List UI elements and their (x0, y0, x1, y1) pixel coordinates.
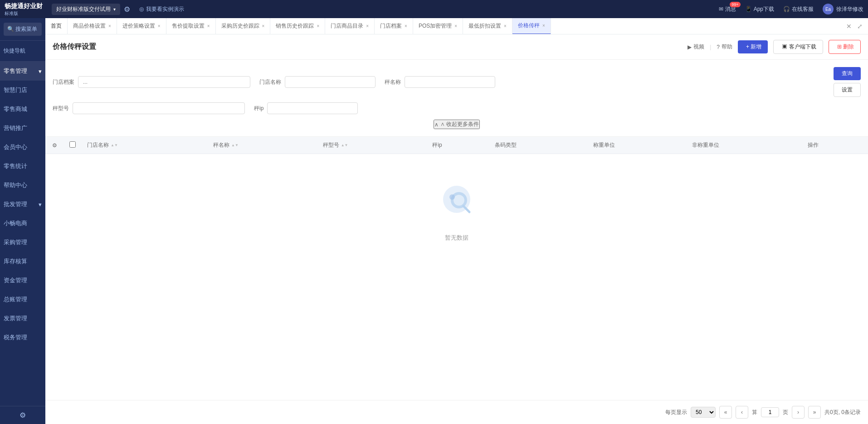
th-store-name: 门店名称 ▲▼ (82, 137, 208, 154)
version-selector[interactable]: 好业财标准版交付试用 ▾ (52, 4, 120, 15)
store-file-input[interactable] (78, 76, 250, 88)
logo-title: 畅捷通好业财 (5, 2, 43, 10)
tab-close-1[interactable]: × (108, 24, 111, 29)
sidebar-item-5[interactable]: 零售统计 (0, 157, 45, 176)
page-header: 价格传秤设置 ▶ 视频 | ? 帮助 + 新增 (45, 34, 868, 60)
sidebar-item-9[interactable]: 采购管理 (0, 233, 45, 252)
data-table: ⚙ 门店名称 ▲▼ (45, 137, 868, 154)
tab-label-10: 价格传秤 (518, 22, 540, 29)
phone-icon: 📱 (745, 6, 752, 12)
maximize-tab-button[interactable]: ⤢ (855, 21, 864, 32)
sidebar-item-13[interactable]: 发票管理 (0, 309, 45, 328)
download-button[interactable]: ▣ 客户端下载 (773, 40, 823, 54)
help-link[interactable]: ? 帮助 (717, 43, 732, 51)
select-all-checkbox[interactable] (69, 141, 76, 148)
scale-ip-input[interactable] (267, 102, 358, 114)
version-settings-button[interactable]: ⚙ (124, 5, 130, 14)
tab-0[interactable]: 首页 (45, 18, 68, 34)
sidebar: 🔍 搜索菜单 快捷导航 零售管理▾智慧门店零售商城营销推广会员中心零售统计帮助中… (0, 18, 45, 424)
tab-close-7[interactable]: × (405, 24, 407, 29)
collapse-button[interactable]: ∧ ∧ 收起更多条件 (434, 120, 480, 129)
sidebar-search-area: 🔍 搜索菜单 (0, 18, 45, 41)
tab-close-9[interactable]: × (504, 24, 507, 29)
next-page-icon: › (797, 409, 799, 415)
first-page-icon: « (724, 409, 727, 415)
scale-model-label: 秤型号 (53, 105, 69, 112)
sidebar-item-0[interactable]: 零售管理▾ (0, 62, 45, 81)
app-download-button[interactable]: 📱 App下载 (745, 5, 774, 13)
settings-button[interactable]: 设置 (834, 83, 861, 97)
tab-1[interactable]: 商品价格设置× (68, 18, 117, 34)
scale-model-input[interactable] (73, 102, 245, 114)
tab-6[interactable]: 门店商品目录× (325, 18, 375, 34)
tab-7[interactable]: 门店档案× (375, 18, 413, 34)
query-button[interactable]: 查询 (834, 67, 861, 80)
play-icon: ▶ (688, 44, 692, 50)
table-settings-icon[interactable]: ⚙ (52, 142, 57, 149)
sidebar-item-3[interactable]: 营销推广 (0, 119, 45, 138)
delete-button[interactable]: ⊞ 删除 (829, 40, 861, 54)
first-page-button[interactable]: « (719, 406, 732, 419)
online-service-button[interactable]: 🎧 在线客服 (783, 5, 814, 13)
last-page-button[interactable]: » (808, 406, 821, 419)
page-input[interactable] (761, 407, 779, 417)
scale-name-input[interactable] (405, 76, 495, 88)
empty-state: 暂无数据 (45, 154, 868, 269)
sidebar-item-11[interactable]: 资金管理 (0, 271, 45, 290)
sidebar-item-10[interactable]: 库存核算 (0, 252, 45, 271)
sort-icon: ▲▼ (341, 143, 348, 147)
tab-8[interactable]: POS加密管理× (413, 18, 463, 34)
search-menu-button[interactable]: 🔍 搜索菜单 (4, 23, 42, 36)
svg-point-2 (454, 195, 464, 206)
version-label: 好业财标准版交付试用 (56, 5, 111, 13)
video-link[interactable]: ▶ 视频 (688, 43, 704, 51)
store-name-input[interactable] (285, 76, 375, 88)
filter-scale-name: 秤名称 (385, 67, 495, 97)
tab-4[interactable]: 采购历史价跟踪× (216, 18, 271, 34)
th-settings: ⚙ (45, 137, 63, 154)
tab-9[interactable]: 最低折扣设置× (463, 18, 512, 34)
per-page-select[interactable]: 10 20 50 100 (691, 407, 716, 418)
add-button[interactable]: + 新增 (738, 40, 768, 53)
demo-button[interactable]: ◎ 我要看实例演示 (139, 5, 184, 13)
settings-icon[interactable]: ⚙ (20, 411, 26, 419)
sidebar-item-6[interactable]: 帮助中心 (0, 176, 45, 195)
tab-label-0: 首页 (51, 22, 62, 30)
prev-page-button[interactable]: ‹ (736, 406, 748, 419)
th-checkbox (63, 137, 82, 154)
pagination: 每页显示 10 20 50 100 « ‹ 算 页 (45, 400, 868, 424)
next-page-button[interactable]: › (792, 406, 805, 419)
message-button[interactable]: ✉ 消息 99+ (719, 5, 736, 13)
page-header-actions: ▶ 视频 | ? 帮助 + 新增 (688, 40, 861, 54)
sidebar-item-1[interactable]: 智慧门店 (0, 81, 45, 100)
sidebar-item-8[interactable]: 小畅电商 (0, 214, 45, 233)
sidebar-item-2[interactable]: 零售商城 (0, 100, 45, 119)
tab-close-5[interactable]: × (317, 24, 319, 29)
tab-close-10[interactable]: × (542, 23, 545, 28)
tab-close-3[interactable]: × (207, 24, 210, 29)
tab-close-6[interactable]: × (366, 24, 369, 29)
user-area[interactable]: Ea 徐泽华修改 (823, 4, 863, 14)
tab-2[interactable]: 进价策略设置× (117, 18, 166, 34)
tab-label-7: 门店档案 (380, 22, 402, 30)
close-tab-button[interactable]: ✕ (844, 21, 853, 32)
tab-close-8[interactable]: × (454, 24, 457, 29)
empty-text: 暂无数据 (445, 234, 468, 242)
collapse-icon: ∧ (434, 121, 439, 128)
sidebar-item-4[interactable]: 会员中心 (0, 138, 45, 157)
th-non-weight-unit: 非称重单位 (687, 137, 802, 154)
tab-close-4[interactable]: × (262, 24, 265, 29)
last-page-icon: » (813, 409, 816, 415)
sidebar-item-12[interactable]: 总账管理 (0, 290, 45, 309)
tab-10[interactable]: 价格传秤× (512, 18, 551, 34)
tab-label-8: POS加密管理 (419, 22, 452, 30)
tab-5[interactable]: 销售历史价跟踪× (270, 18, 325, 34)
page-content: 价格传秤设置 ▶ 视频 | ? 帮助 + 新增 (45, 34, 868, 424)
empty-illustration (434, 181, 479, 226)
tabs-actions: ✕ ⤢ (841, 21, 868, 32)
tab-3[interactable]: 售价提取设置× (166, 18, 216, 34)
quick-nav-button[interactable]: 快捷导航 (0, 44, 45, 58)
tab-close-2[interactable]: × (158, 24, 161, 29)
sidebar-item-14[interactable]: 税务管理 (0, 328, 45, 347)
sidebar-item-7[interactable]: 批发管理▾ (0, 195, 45, 214)
